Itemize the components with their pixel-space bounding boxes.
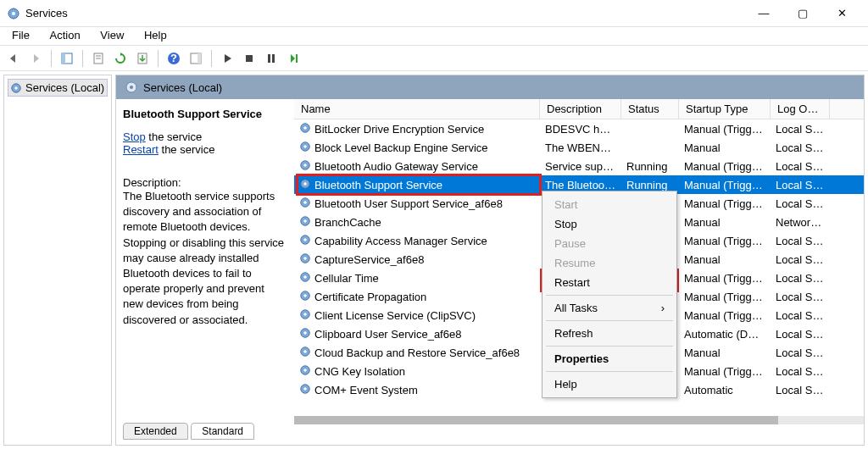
minimize-button[interactable]: — — [744, 1, 783, 26]
menu-item-all-tasks[interactable]: All Tasks — [542, 298, 676, 318]
menu-item-restart[interactable]: Restart — [542, 273, 676, 292]
menu-separator — [546, 346, 673, 346]
tree-item-services-local[interactable]: Services (Local) — [8, 79, 108, 97]
svg-point-49 — [303, 387, 307, 391]
menu-action[interactable]: Action — [42, 27, 89, 43]
service-startup: Manual — [679, 252, 771, 268]
svg-point-1 — [12, 12, 15, 15]
table-row[interactable]: Block Level Backup Engine ServiceThe WBE… — [294, 138, 864, 157]
service-description: BDESVC hos… — [540, 121, 621, 137]
help-button[interactable]: ? — [164, 48, 184, 69]
tab-extended[interactable]: Extended — [123, 423, 188, 440]
menu-separator — [546, 371, 673, 372]
action-pane-toggle-button[interactable] — [186, 48, 206, 69]
menu-item-refresh[interactable]: Refresh — [542, 324, 676, 343]
col-header-status[interactable]: Status — [621, 99, 679, 119]
svg-rect-3 — [62, 53, 65, 64]
stop-service-link[interactable]: Stop — [123, 130, 146, 143]
svg-point-21 — [303, 126, 307, 130]
svg-point-37 — [303, 275, 307, 279]
properties-button[interactable] — [88, 48, 108, 69]
service-status — [621, 127, 679, 130]
service-logon: Local Ser… — [771, 196, 830, 212]
toolbar: ? — [0, 46, 868, 71]
menu-item-resume: Resume — [542, 253, 676, 273]
menu-help[interactable]: Help — [136, 27, 175, 43]
service-startup: Manual (Trigg… — [679, 158, 771, 175]
description-text: The Bluetooth service supports discovery… — [123, 189, 287, 328]
context-menu: StartStopPauseResumeRestartAll TasksRefr… — [542, 191, 677, 398]
service-logon: Local Sys… — [771, 252, 830, 268]
refresh-button[interactable] — [110, 48, 131, 69]
service-name: CaptureService_af6e8 — [314, 253, 424, 266]
svg-point-23 — [303, 145, 307, 148]
svg-point-47 — [303, 369, 307, 372]
service-startup: Manual (Trigg… — [679, 233, 771, 249]
back-button[interactable] — [3, 48, 24, 69]
restart-service-link[interactable]: Restart — [123, 143, 159, 156]
gear-icon — [299, 271, 311, 285]
svg-rect-15 — [296, 54, 298, 63]
col-header-name[interactable]: Name — [294, 99, 540, 119]
export-list-button[interactable] — [132, 48, 153, 69]
gear-icon — [299, 178, 311, 192]
service-name: Client License Service (ClipSVC) — [314, 309, 476, 322]
gear-icon — [299, 122, 311, 136]
close-button[interactable]: ✕ — [822, 1, 861, 26]
svg-point-43 — [303, 331, 307, 335]
menu-item-properties[interactable]: Properties — [542, 349, 676, 369]
menu-file[interactable]: File — [3, 27, 38, 43]
table-row[interactable]: BitLocker Drive Encryption ServiceBDESVC… — [294, 119, 864, 138]
service-startup: Manual (Trigg… — [679, 177, 771, 193]
service-logon: Local Sys… — [771, 308, 830, 324]
window-title: Services — [25, 7, 68, 19]
column-headers: Name Description Status Startup Type Log… — [294, 99, 864, 119]
tab-standard[interactable]: Standard — [191, 423, 254, 440]
menu-view[interactable]: View — [92, 27, 132, 43]
svg-rect-13 — [268, 54, 270, 63]
gear-icon — [299, 159, 311, 174]
menu-item-stop[interactable]: Stop — [542, 214, 676, 234]
service-logon: Local Ser… — [771, 270, 830, 286]
forward-button[interactable] — [25, 48, 46, 69]
col-header-logon[interactable]: Log On A — [771, 99, 830, 119]
svg-text:?: ? — [170, 52, 177, 64]
svg-point-39 — [303, 294, 307, 297]
service-name: Cellular Time — [314, 272, 379, 285]
service-status — [621, 146, 679, 149]
gear-icon — [299, 197, 311, 211]
show-hide-console-tree-button[interactable] — [57, 48, 77, 69]
col-header-startup[interactable]: Startup Type — [679, 99, 771, 119]
svg-point-41 — [303, 313, 307, 316]
horizontal-scrollbar[interactable] — [294, 416, 864, 424]
services-app-icon — [7, 7, 20, 20]
maximize-button[interactable]: ▢ — [783, 1, 822, 26]
service-startup: Manual (Trigg… — [679, 289, 771, 305]
tree-item-label: Services (Local) — [25, 81, 104, 94]
restart-service-button[interactable] — [283, 48, 303, 69]
table-row[interactable]: Bluetooth Audio Gateway ServiceService s… — [294, 157, 864, 175]
description-label: Description: — [123, 176, 287, 189]
service-name: BranchCache — [314, 216, 381, 229]
view-tabs: Extended Standard — [116, 424, 864, 445]
menu-separator — [546, 320, 673, 321]
menu-item-help[interactable]: Help — [542, 374, 676, 394]
stop-service-button[interactable] — [239, 48, 259, 69]
svg-point-25 — [303, 164, 307, 167]
main-content: Services (Local) Services (Local) Blueto… — [0, 71, 868, 449]
svg-point-45 — [303, 350, 307, 353]
menu-item-start: Start — [542, 195, 676, 214]
service-startup: Manual (Trigg… — [679, 121, 771, 137]
service-description: Service supp… — [540, 158, 621, 175]
gear-icon — [299, 383, 311, 397]
scrollbar-thumb[interactable] — [294, 416, 778, 424]
start-service-button[interactable] — [217, 48, 237, 69]
service-name: Clipboard User Service_af6e8 — [314, 328, 461, 341]
service-logon: Local Ser… — [771, 177, 830, 193]
service-startup: Manual (Trigg… — [679, 270, 771, 286]
svg-point-19 — [130, 86, 133, 89]
col-header-description[interactable]: Description — [540, 99, 621, 119]
pause-service-button[interactable] — [261, 48, 281, 69]
service-logon: Local Sys… — [771, 233, 830, 249]
service-name: Bluetooth Support Service — [314, 179, 442, 191]
